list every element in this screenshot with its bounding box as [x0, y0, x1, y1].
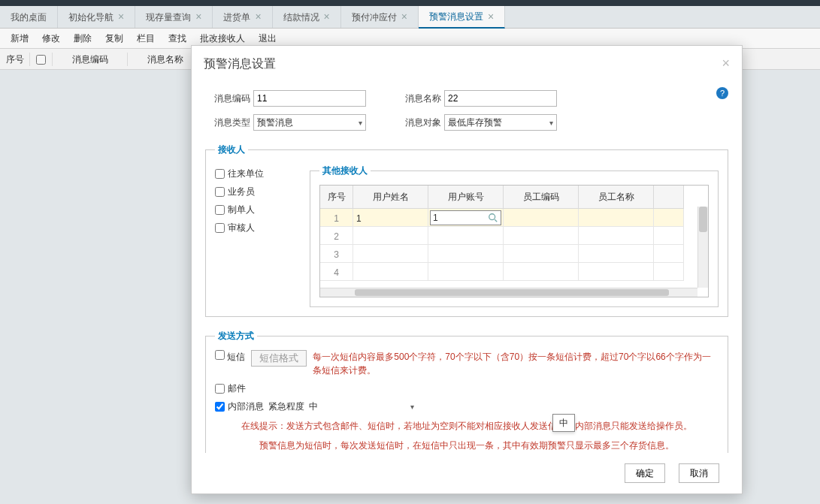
close-icon[interactable]: ×	[722, 53, 730, 70]
alert-settings-dialog: 预警消息设置 × ? 消息编码 消息名称 消息类型 预警消息 ▾	[191, 45, 743, 70]
dialog-title: 预警消息设置	[204, 55, 276, 71]
